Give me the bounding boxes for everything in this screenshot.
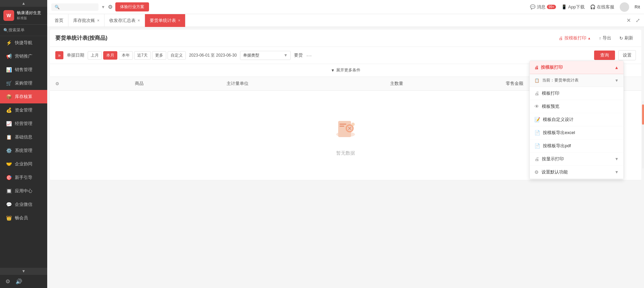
tab-home[interactable]: 首页 <box>50 14 68 27</box>
dropdown-item-set-default[interactable]: ⚙ 设置默认功能 ▼ <box>530 166 623 179</box>
settings-btn[interactable]: 设置 <box>618 50 636 60</box>
marketing-icon: 📢 <box>5 53 12 60</box>
topbar-search[interactable]: 🔍 <box>51 3 98 11</box>
svg-point-8 <box>351 123 355 126</box>
settings-footer-icon[interactable]: ⚙ <box>5 278 10 285</box>
query-btn[interactable]: 查询 <box>594 51 615 60</box>
col-unit: 主计量单位 <box>223 77 386 91</box>
topbar-dropdown[interactable]: ▼ <box>101 5 105 9</box>
sidebar-item-member[interactable]: 👑 畅会员 <box>0 211 47 225</box>
print-dropdown-panel: 🖨 按模板打印 ▲ 📋 当前：要货单统计表 ▼ 🖨 模板打印 👁 模板预览 <box>529 61 624 179</box>
year-btn[interactable]: 本年 <box>119 51 133 60</box>
refresh-btn[interactable]: ↻ 刷新 <box>617 34 636 42</box>
print-dropdown-arrow: ▲ <box>588 36 591 40</box>
tab-order-stats[interactable]: 要货单统计表 × <box>145 14 185 27</box>
order-tag-more[interactable]: ··· <box>306 52 312 59</box>
print-template-btn[interactable]: 🖨 按模板打印 ▲ <box>556 34 594 42</box>
date-btn-group: 上月 本月 本年 近7天 更多 自定义 <box>88 51 186 60</box>
right-scrollbar[interactable] <box>642 101 644 168</box>
week-btn[interactable]: 近7天 <box>134 51 151 60</box>
sidebar-nav: ⚡ 快捷导航 📢 营销推广 📊 销售管理 🛒 采购管理 📦 库存核算 💰 资金管… <box>0 36 47 268</box>
tab-inventory-batch[interactable]: 库存批次账 × <box>68 14 105 27</box>
topbar-right: 💬 消息 99+ 📱 App下载 🎧 在线客服 Rit <box>530 2 640 12</box>
cooperation-icon: 🤝 <box>5 161 12 167</box>
sidebar-item-system[interactable]: ⚙️ 系统管理 <box>0 144 47 157</box>
operation-icon: 📈 <box>5 120 12 127</box>
dropdown-item-template-print[interactable]: 🖨 模板打印 <box>530 87 623 100</box>
template-print-icon: 🖨 <box>534 91 539 96</box>
tabbar: 首页 库存批次账 × 收发存汇总表 × 要货单统计表 × ✕ ⤢ <box>47 14 644 27</box>
current-month-btn[interactable]: 本月 <box>103 51 117 60</box>
tab-close-all-icon[interactable]: ✕ <box>625 16 632 25</box>
tabbar-right: ✕ ⤢ <box>625 16 641 25</box>
dropdown-item-template-excel[interactable]: 📄 按模板导出excel <box>530 126 623 139</box>
sidebar-item-marketing[interactable]: 📢 营销推广 <box>0 50 47 63</box>
message-btn[interactable]: 💬 消息 99+ <box>530 4 556 10</box>
col-quantity: 主数量 <box>386 77 502 91</box>
dropdown-current-item: 📋 当前：要货单统计表 ▼ <box>530 74 623 87</box>
dropdown-item-template-preview[interactable]: 👁 模板预览 <box>530 100 623 113</box>
sidebar-item-inventory[interactable]: 📦 库存核算 <box>0 90 47 103</box>
sidebar-logo: W 畅康通好生意 标准版 <box>0 7 47 25</box>
sidebar-item-appstore[interactable]: 🔲 应用中心 <box>0 184 47 198</box>
sidebar-item-purchase[interactable]: 🛒 采购管理 <box>0 76 47 90</box>
col-product: 商品 <box>131 77 223 91</box>
prev-month-btn[interactable]: 上月 <box>88 51 102 60</box>
topbar-search-icon: 🔍 <box>55 5 60 9</box>
set-default-arrow: ▼ <box>615 170 619 174</box>
tab-close-order-stats[interactable]: × <box>178 18 180 23</box>
custom-btn[interactable]: 自定义 <box>168 51 186 60</box>
refresh-icon: ↻ <box>619 36 623 41</box>
tab-close-inventory-batch[interactable]: × <box>97 18 99 23</box>
template-preview-icon: 👁 <box>534 104 539 109</box>
more-btn[interactable]: 更多 <box>152 51 166 60</box>
wechat-icon: 💬 <box>5 201 12 208</box>
user-name: Rit <box>635 4 640 9</box>
volume-footer-icon[interactable]: 🔊 <box>16 278 22 285</box>
tab-close-receipts-summary[interactable]: × <box>138 18 140 23</box>
sidebar-footer: ⚙ 🔊 <box>0 275 47 288</box>
sidebar-search[interactable]: 🔍 搜索菜单 <box>0 25 47 36</box>
sidebar-item-operation[interactable]: 📈 经营管理 <box>0 117 47 130</box>
dropdown-item-template-design[interactable]: 📝 模板自定义设计 <box>530 113 623 126</box>
avatar[interactable] <box>620 2 629 12</box>
template-design-icon: 📝 <box>534 117 540 122</box>
trial-btn[interactable]: 体验行业方案 <box>115 2 149 11</box>
tab-receipts-summary[interactable]: 收发存汇总表 × <box>105 14 145 27</box>
sidebar-item-cooperation[interactable]: 🤝 企业协同 <box>0 157 47 171</box>
table-settings-btn[interactable]: ⚙ <box>54 80 61 87</box>
headset-icon: 🎧 <box>590 4 595 9</box>
sidebar-item-newbie[interactable]: 🎯 新手引导 <box>0 171 47 184</box>
sidebar-item-finance[interactable]: 💰 资金管理 <box>0 103 47 117</box>
topbar-gear-icon[interactable]: ⚙ <box>108 4 113 10</box>
message-icon: 💬 <box>530 4 535 9</box>
online-service-btn[interactable]: 🎧 在线客服 <box>590 4 614 10</box>
export-btn[interactable]: ↑ 导出 <box>596 34 614 42</box>
sales-icon: 📊 <box>5 66 12 73</box>
scrollbar-thumb <box>642 104 644 125</box>
dropdown-item-template-pdf[interactable]: 📄 按模板导出pdf <box>530 139 623 153</box>
dropdown-item-display-print[interactable]: 🖨 按显示打印 ▼ <box>530 153 623 166</box>
sidebar-item-quick-nav[interactable]: ⚡ 快捷导航 <box>0 36 47 50</box>
sidebar-item-sales[interactable]: 📊 销售管理 <box>0 63 47 76</box>
display-print-arrow: ▼ <box>615 157 619 161</box>
filter-expand-btn[interactable]: » <box>55 51 63 59</box>
sidebar-scroll-down[interactable]: ▼ <box>0 268 47 275</box>
app-download-btn[interactable]: 📱 App下载 <box>561 4 585 10</box>
sidebar-scroll-up[interactable]: ▲ <box>0 0 47 7</box>
template-excel-icon: 📄 <box>534 130 540 135</box>
sidebar-item-basic[interactable]: 📋 基础信息 <box>0 130 47 144</box>
expand-more-btn[interactable]: ▼ 展开更多条件 <box>327 66 364 74</box>
quick-nav-icon: ⚡ <box>5 39 12 46</box>
date-label: 单据日期 <box>67 52 84 58</box>
search-icon: 🔍 <box>3 28 8 33</box>
basic-icon: 📋 <box>5 134 12 140</box>
order-type-select[interactable]: 单据类型 ▼ <box>240 51 291 60</box>
export-icon: ↑ <box>599 36 602 41</box>
inventory-icon: 📦 <box>5 93 12 100</box>
main-area: 🔍 ▼ ⚙ 体验行业方案 💬 消息 99+ 📱 App下载 🎧 在线客服 Rit <box>47 0 644 288</box>
sidebar-item-wechat[interactable]: 💬 企业微信 <box>0 198 47 211</box>
content-area: 要货单统计表(按商品) 🖨 按模板打印 ▲ ↑ 导出 ↻ 刷新 <box>47 27 644 288</box>
dropdown-close-arrow[interactable]: ▲ <box>614 65 619 70</box>
tab-maximize-icon[interactable]: ⤢ <box>634 16 641 25</box>
